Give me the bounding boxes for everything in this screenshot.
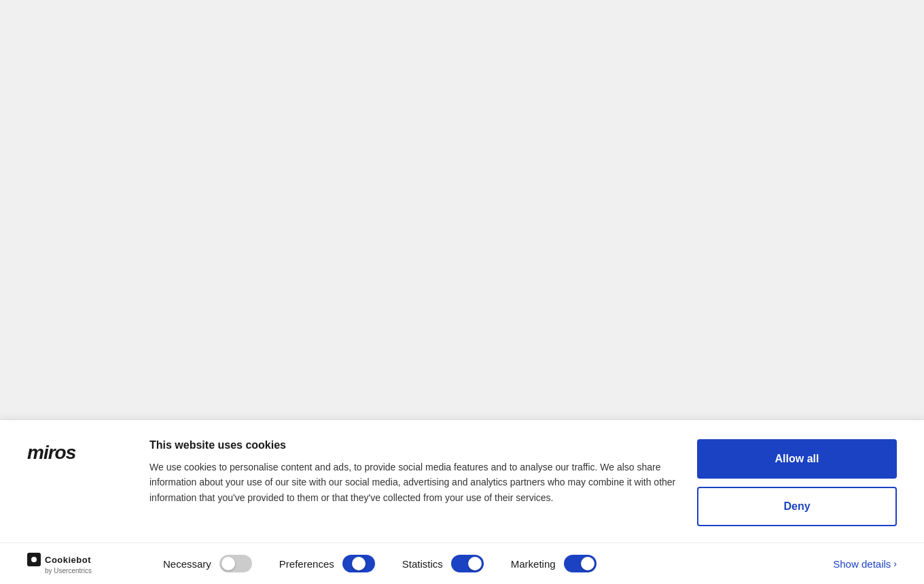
deny-button[interactable]: Deny bbox=[697, 487, 897, 526]
allow-all-button[interactable]: Allow all bbox=[697, 439, 897, 479]
marketing-label: Marketing bbox=[511, 558, 556, 570]
preferences-label: Preferences bbox=[279, 558, 334, 570]
show-details-link[interactable]: Show details › bbox=[833, 558, 897, 570]
show-details-text: Show details bbox=[833, 558, 891, 570]
chevron-right-icon: › bbox=[893, 558, 897, 569]
brand-logo-area: miros bbox=[27, 439, 136, 464]
cookiebot-logo: Cookiebot by Usercentrics bbox=[27, 553, 92, 574]
marketing-track bbox=[564, 555, 597, 572]
cookiebot-by: by Usercentrics bbox=[45, 567, 92, 574]
statistics-thumb bbox=[468, 557, 482, 570]
miros-logo: miros bbox=[27, 442, 75, 464]
necessary-toggle[interactable] bbox=[219, 555, 252, 572]
necessary-thumb bbox=[221, 557, 235, 570]
main-content bbox=[0, 0, 924, 408]
toggle-marketing: Marketing bbox=[511, 555, 597, 572]
cookie-banner: miros This website uses cookies We use c… bbox=[0, 419, 924, 584]
cookie-banner-bottom: Cookiebot by Usercentrics Necessary Pref… bbox=[0, 543, 924, 584]
marketing-thumb bbox=[581, 557, 594, 570]
cookie-banner-top: miros This website uses cookies We use c… bbox=[0, 420, 924, 543]
toggle-preferences: Preferences bbox=[279, 555, 375, 572]
cookie-actions: Allow all Deny bbox=[697, 439, 897, 526]
necessary-track bbox=[219, 555, 252, 572]
toggle-necessary: Necessary bbox=[163, 555, 252, 572]
cookiebot-logo-area: Cookiebot by Usercentrics bbox=[27, 553, 136, 574]
marketing-toggle[interactable] bbox=[564, 555, 597, 572]
cookie-toggles: Necessary Preferences Statistics bbox=[163, 555, 806, 572]
cookie-content: This website uses cookies We use cookies… bbox=[149, 439, 683, 505]
toggle-statistics: Statistics bbox=[402, 555, 484, 572]
preferences-thumb bbox=[352, 557, 366, 570]
necessary-label: Necessary bbox=[163, 558, 211, 570]
cookie-title: This website uses cookies bbox=[149, 439, 683, 451]
statistics-label: Statistics bbox=[402, 558, 443, 570]
statistics-track bbox=[451, 555, 484, 572]
preferences-track bbox=[342, 555, 375, 572]
cookiebot-name: Cookiebot bbox=[45, 555, 91, 565]
statistics-toggle[interactable] bbox=[451, 555, 484, 572]
cookiebot-icon: Cookiebot bbox=[27, 553, 91, 566]
preferences-toggle[interactable] bbox=[342, 555, 375, 572]
cookie-description: We use cookies to personalise content an… bbox=[149, 460, 683, 505]
cookiebot-icon-shape bbox=[27, 553, 41, 566]
